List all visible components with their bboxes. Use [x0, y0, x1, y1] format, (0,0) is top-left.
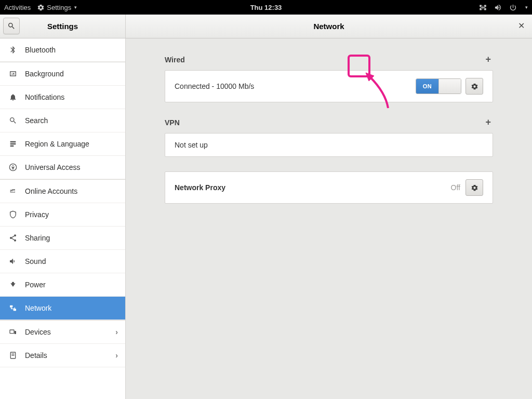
- proxy-status: Off: [451, 183, 460, 192]
- background-icon: [8, 70, 18, 78]
- wired-switch[interactable]: ON: [416, 78, 461, 94]
- network-indicator-icon[interactable]: [479, 4, 487, 11]
- sidebar-item-details[interactable]: Details ›: [0, 344, 125, 367]
- svg-rect-2: [484, 5, 486, 7]
- svg-point-8: [14, 234, 16, 236]
- sidebar: Bluetooth Background Notifications Searc…: [0, 38, 126, 399]
- caret-down-icon: ▾: [525, 5, 528, 10]
- wired-status: Connected - 10000 Mb/s: [175, 82, 254, 90]
- sidebar-item-devices[interactable]: Devices ›: [0, 320, 125, 344]
- search-icon: [8, 116, 18, 125]
- sidebar-item-label: Devices: [25, 328, 51, 336]
- gear-icon: [471, 184, 478, 192]
- content: Bluetooth Background Notifications Searc…: [0, 38, 532, 399]
- network-icon: [8, 304, 18, 312]
- switch-on-label: ON: [416, 79, 438, 94]
- sidebar-item-power[interactable]: Power: [0, 273, 125, 297]
- svg-rect-13: [10, 330, 14, 334]
- sidebar-item-background[interactable]: Background: [0, 62, 125, 86]
- sidebar-item-privacy[interactable]: Privacy: [0, 203, 125, 227]
- wired-heading: Wired: [165, 56, 185, 64]
- sidebar-item-label: Region & Language: [25, 140, 89, 148]
- svg-rect-14: [15, 331, 16, 334]
- sidebar-item-label: Power: [25, 281, 46, 289]
- sidebar-item-label: Privacy: [25, 210, 49, 219]
- proxy-card[interactable]: Network Proxy Off: [165, 171, 493, 204]
- privacy-icon: [8, 210, 18, 219]
- svg-rect-5: [481, 7, 485, 7]
- vpn-heading: VPN: [165, 118, 180, 127]
- sidebar-item-label: Notifications: [25, 93, 64, 101]
- sidebar-item-region-language[interactable]: Region & Language: [0, 132, 125, 156]
- caret-down-icon: ▾: [74, 5, 77, 10]
- svg-point-9: [10, 237, 12, 239]
- wired-settings-button[interactable]: [466, 78, 483, 95]
- vpn-add-button[interactable]: +: [483, 117, 493, 128]
- chevron-right-icon: ›: [115, 351, 118, 360]
- svg-rect-3: [484, 8, 486, 10]
- page-title: Network: [313, 22, 344, 31]
- proxy-heading: Network Proxy: [175, 183, 225, 192]
- wired-section-header: Wired +: [165, 54, 493, 65]
- svg-rect-0: [480, 5, 482, 7]
- vpn-status: Not set up: [175, 141, 208, 149]
- bell-icon: [8, 93, 18, 101]
- wired-card: Connected - 10000 Mb/s ON: [165, 70, 493, 102]
- devices-icon: [8, 328, 18, 336]
- switch-knob: [438, 79, 461, 94]
- main-panel: Wired + Connected - 10000 Mb/s ON VPN +: [126, 38, 532, 399]
- details-icon: [8, 351, 18, 360]
- online-accounts-icon: [8, 187, 18, 195]
- region-icon: [8, 140, 18, 148]
- sidebar-item-label: Details: [25, 351, 47, 360]
- sidebar-item-online-accounts[interactable]: Online Accounts: [0, 179, 125, 203]
- vpn-section-header: VPN +: [165, 117, 493, 128]
- sidebar-item-sound[interactable]: Sound: [0, 250, 125, 273]
- sidebar-item-label: Universal Access: [25, 163, 81, 171]
- sidebar-item-label: Sound: [25, 257, 46, 265]
- chevron-right-icon: ›: [115, 328, 118, 336]
- sidebar-item-search[interactable]: Search: [0, 109, 125, 132]
- svg-rect-1: [480, 8, 482, 10]
- sidebar-item-label: Bluetooth: [25, 46, 56, 54]
- search-button[interactable]: [3, 18, 20, 34]
- sidebar-item-label: Online Accounts: [25, 187, 77, 195]
- vpn-card: Not set up: [165, 133, 493, 157]
- close-button[interactable]: ✕: [518, 21, 525, 31]
- headerbar: Settings Network ✕: [0, 15, 532, 38]
- search-icon: [7, 22, 16, 30]
- accessibility-icon: [8, 163, 18, 171]
- bluetooth-icon: [8, 46, 18, 54]
- app-menu[interactable]: Settings ▾: [37, 4, 77, 11]
- share-icon: [8, 234, 18, 242]
- sidebar-item-label: Sharing: [25, 234, 50, 242]
- proxy-settings-button[interactable]: [466, 179, 483, 196]
- sound-icon: [8, 257, 18, 265]
- sidebar-item-label: Background: [25, 70, 64, 78]
- sidebar-item-universal-access[interactable]: Universal Access: [0, 156, 125, 179]
- power-icon: [8, 281, 18, 289]
- gear-icon: [471, 83, 478, 90]
- sidebar-item-label: Search: [25, 116, 48, 125]
- power-indicator-icon[interactable]: [509, 4, 517, 11]
- svg-point-7: [12, 165, 14, 166]
- sidebar-item-notifications[interactable]: Notifications: [0, 86, 125, 109]
- activities-button[interactable]: Activities: [4, 4, 31, 11]
- wired-add-button[interactable]: +: [483, 54, 493, 65]
- svg-rect-17: [11, 355, 14, 355]
- sidebar-item-network[interactable]: Network: [0, 297, 125, 320]
- sidebar-title: Settings: [47, 22, 78, 31]
- settings-app-icon: [37, 4, 45, 11]
- clock[interactable]: Thu 12:33: [250, 4, 282, 11]
- sidebar-item-sharing[interactable]: Sharing: [0, 227, 125, 250]
- volume-indicator-icon[interactable]: [494, 4, 502, 11]
- gnome-topbar: Activities Settings ▾ Thu 12:33 ▾: [0, 0, 532, 15]
- svg-rect-11: [10, 305, 12, 308]
- sidebar-item-bluetooth[interactable]: Bluetooth: [0, 38, 125, 62]
- sidebar-item-label: Network: [25, 304, 51, 312]
- svg-rect-16: [11, 354, 14, 354]
- svg-point-10: [14, 240, 16, 242]
